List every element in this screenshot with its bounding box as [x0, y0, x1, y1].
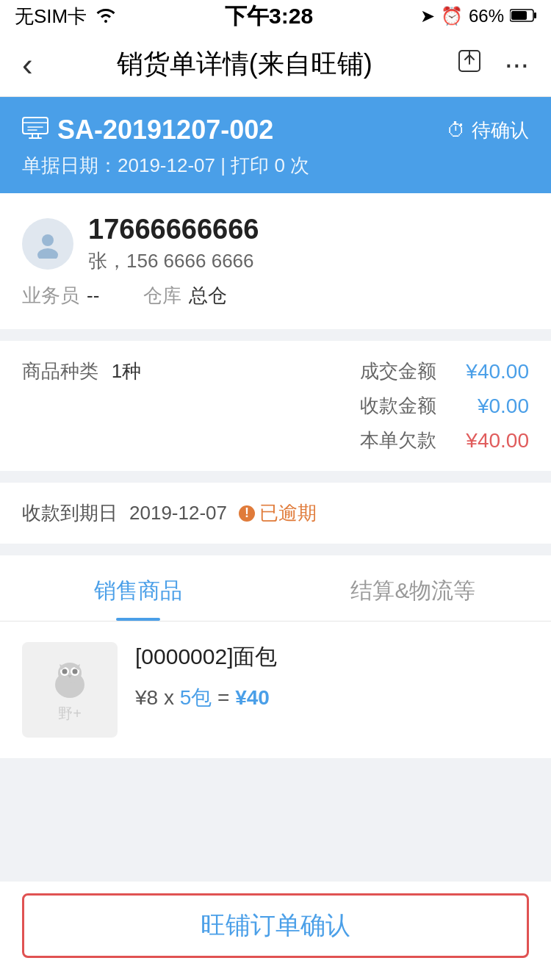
svg-point-5 — [42, 234, 54, 246]
due-date-value: 2019-12-07 — [129, 502, 227, 525]
product-total: ¥40 — [235, 686, 270, 709]
battery-level: 66% — [469, 6, 504, 26]
status-clock-icon: ⏱ — [447, 119, 466, 142]
summary-section: 商品种类 1种 成交金额 ¥40.00 收款金额 ¥0.00 本单欠款 ¥40.… — [0, 341, 551, 471]
customer-card: 17666666666 张，156 6666 6666 业务员 -- 仓库 总仓 — [0, 193, 551, 329]
product-kind-label: 商品种类 — [22, 360, 98, 382]
svg-rect-1 — [534, 12, 536, 18]
transaction-value: ¥40.00 — [466, 360, 529, 383]
overdue-warning-icon: ! — [239, 505, 255, 522]
order-header-top: SA-20191207-002 ⏱ 待确认 — [22, 115, 529, 145]
sales-label: 业务员 — [22, 283, 79, 309]
customer-avatar — [22, 218, 73, 270]
price-formula: ¥8 x — [135, 686, 180, 709]
received-label: 收款金额 — [360, 393, 436, 419]
location-icon: ➤ — [420, 6, 435, 26]
overdue-badge: ! 已逾期 — [239, 500, 317, 526]
alarm-icon: ⏰ — [441, 6, 463, 26]
product-info: [0000002]面包 ¥8 x 5包 = ¥40 — [135, 642, 529, 738]
product-name: [0000002]面包 — [135, 642, 529, 672]
product-qty: 5包 — [180, 686, 212, 709]
wifi-icon — [94, 5, 118, 28]
sales-value: -- — [87, 284, 99, 307]
customer-info: 17666666666 张，156 6666 6666 — [88, 214, 259, 274]
order-icon — [22, 115, 48, 145]
sales-meta: 业务员 -- — [22, 283, 99, 309]
tab-sales[interactable]: 销售商品 — [0, 555, 276, 621]
tab-settlement[interactable]: 结算&物流等 — [276, 555, 551, 621]
product-image: 野+ — [22, 642, 118, 738]
price-separator: = — [212, 686, 235, 709]
svg-point-12 — [73, 669, 78, 674]
customer-top: 17666666666 张，156 6666 6666 — [22, 214, 529, 274]
tab-sales-label: 销售商品 — [94, 578, 182, 602]
debt-label: 本单欠款 — [360, 428, 436, 453]
transaction-label: 成交金额 — [360, 359, 436, 384]
more-icon[interactable]: ··· — [505, 48, 529, 81]
svg-point-6 — [37, 248, 58, 259]
order-header: SA-20191207-002 ⏱ 待确认 单据日期：2019-12-07 | … — [0, 97, 551, 193]
warehouse-label: 仓库 — [143, 283, 181, 309]
battery-icon — [510, 6, 536, 26]
status-right: ➤ ⏰ 66% — [420, 6, 536, 26]
brand-text: 野+ — [58, 704, 82, 724]
customer-meta: 业务员 -- 仓库 总仓 — [22, 283, 529, 309]
nav-actions: ··· — [456, 48, 529, 81]
svg-rect-4 — [23, 118, 48, 134]
due-date-label: 收款到期日 — [22, 500, 118, 526]
svg-rect-2 — [511, 11, 527, 20]
carrier-label: 无SIM卡 — [15, 4, 87, 29]
warehouse-meta: 仓库 总仓 — [143, 283, 227, 309]
product-price: ¥8 x 5包 = ¥40 — [135, 684, 529, 712]
customer-name: 张，156 6666 6666 — [88, 248, 259, 274]
order-status-text: 待确认 — [472, 118, 529, 143]
tab-section: 销售商品 结算&物流等 — [0, 555, 551, 758]
status-left: 无SIM卡 — [15, 4, 118, 29]
product-logo: 野+ — [40, 657, 99, 724]
order-id: SA-20191207-002 — [22, 115, 273, 145]
page-title: 销货单详情(来自旺铺) — [117, 46, 372, 82]
transaction-row: 成交金额 ¥40.00 — [360, 359, 529, 384]
debt-value: ¥40.00 — [466, 429, 529, 453]
summary-right: 成交金额 ¥40.00 收款金额 ¥0.00 本单欠款 ¥40.00 — [360, 359, 529, 453]
debt-row: 本单欠款 ¥40.00 — [360, 428, 529, 453]
overdue-text: 已逾期 — [259, 500, 317, 526]
order-status: ⏱ 待确认 — [447, 118, 529, 143]
confirm-button-label: 旺铺订单确认 — [201, 909, 350, 943]
tab-bar: 销售商品 结算&物流等 — [0, 555, 551, 621]
order-id-text: SA-20191207-002 — [57, 115, 273, 145]
status-bar: 无SIM卡 下午3:28 ➤ ⏰ 66% — [0, 0, 551, 32]
svg-point-11 — [62, 669, 68, 674]
status-time: 下午3:28 — [225, 1, 313, 32]
warehouse-value: 总仓 — [189, 283, 227, 309]
nav-bar: ‹ 销货单详情(来自旺铺) ··· — [0, 32, 551, 97]
tab-settlement-label: 结算&物流等 — [350, 578, 475, 602]
received-value: ¥0.00 — [478, 394, 529, 418]
confirm-button[interactable]: 旺铺订单确认 — [22, 893, 529, 958]
back-button[interactable]: ‹ — [22, 46, 33, 83]
due-date-section: 收款到期日 2019-12-07 ! 已逾期 — [0, 483, 551, 544]
bottom-bar: 旺铺订单确认 — [0, 882, 551, 980]
product-kind: 商品种类 1种 — [22, 359, 141, 384]
received-row: 收款金额 ¥0.00 — [360, 393, 529, 419]
product-item: 野+ [0000002]面包 ¥8 x 5包 = ¥40 — [0, 621, 551, 758]
product-kind-value: 1种 — [112, 360, 141, 382]
customer-phone: 17666666666 — [88, 214, 259, 245]
share-icon[interactable] — [456, 48, 483, 81]
order-date: 单据日期：2019-12-07 | 打印 0 次 — [22, 153, 529, 179]
